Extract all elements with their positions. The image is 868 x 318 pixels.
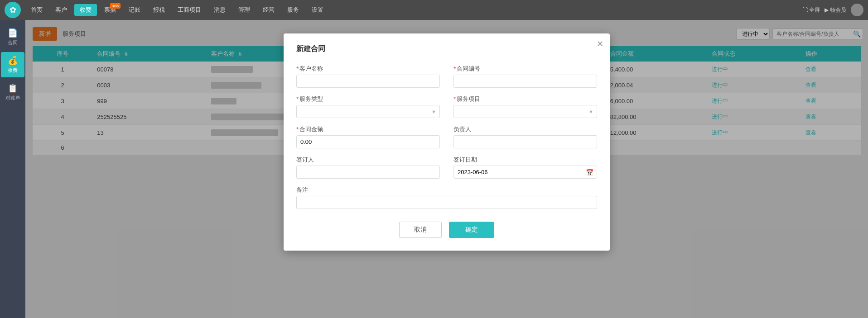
new-contract-modal: ✕ 新建合同 * 客户名称 * 合同编号 <box>284 33 610 251</box>
input-sign-date[interactable] <box>453 166 597 179</box>
label-sign-date: 签订日期 <box>453 156 597 164</box>
sidebar-item-contract[interactable]: 📄 合同 <box>1 24 24 50</box>
nav-tax[interactable]: 报税 <box>148 4 170 16</box>
contract-icon: 📄 <box>8 28 18 38</box>
service-type-select-wrap: ▼ <box>296 105 440 118</box>
fullscreen-button[interactable]: ⛶ 全屏 <box>802 6 820 14</box>
label-signer: 签订人 <box>296 156 440 164</box>
member-label: 畅会员 <box>830 6 846 14</box>
input-responsible[interactable] <box>453 135 597 148</box>
field-note: 备注 <box>296 186 597 209</box>
field-service-item: * 服务项目 ▼ <box>453 95 597 118</box>
input-customer-name[interactable] <box>296 75 440 88</box>
select-service-item[interactable] <box>453 105 597 118</box>
label-responsible: 负责人 <box>453 125 597 133</box>
modal-title: 新建合同 <box>296 44 597 54</box>
nav-settings[interactable]: 设置 <box>306 4 329 16</box>
sidebar-item-fee[interactable]: 💰 收费 <box>1 52 24 77</box>
fullscreen-icon: ⛶ <box>802 7 808 13</box>
sidebar-label-contract: 合同 <box>8 39 18 46</box>
sidebar-item-reconciliation[interactable]: 📋 对账单 <box>1 80 24 105</box>
new-badge: new <box>110 3 121 9</box>
avatar[interactable] <box>851 4 863 16</box>
field-signer: 签订人 <box>296 156 440 179</box>
nav-right: ⛶ 全屏 ▶ 畅会员 <box>802 4 863 16</box>
top-nav: ✿ 首页 客户 收费 票据 new 记账 报税 工商项目 消息 管理 经营 服务… <box>0 0 868 20</box>
input-contract-no[interactable] <box>453 75 597 88</box>
nav-manage[interactable]: 管理 <box>233 4 256 16</box>
nav-invoice[interactable]: 票据 new <box>99 4 121 16</box>
nav-service[interactable]: 服务 <box>282 4 304 16</box>
nav-business[interactable]: 工商项目 <box>172 4 207 16</box>
nav-bookkeeping[interactable]: 记账 <box>123 4 146 16</box>
sidebar-label-reconciliation: 对账单 <box>5 95 20 101</box>
input-signer[interactable] <box>296 166 440 179</box>
sidebar-label-fee: 收费 <box>8 67 18 74</box>
cancel-button[interactable]: 取消 <box>399 222 442 238</box>
calendar-icon[interactable]: 📅 <box>586 169 593 176</box>
field-amount: * 合同金额 <box>296 125 440 148</box>
modal-overlay: ✕ 新建合同 * 客户名称 * 合同编号 <box>25 20 868 318</box>
label-customer-name: * 客户名称 <box>296 65 440 73</box>
field-customer-name: * 客户名称 <box>296 65 440 88</box>
confirm-button[interactable]: 确定 <box>449 222 494 238</box>
field-responsible: 负责人 <box>453 125 597 148</box>
field-service-type: * 服务类型 ▼ <box>296 95 440 118</box>
nav-customer[interactable]: 客户 <box>50 4 72 16</box>
label-service-type: * 服务类型 <box>296 95 440 103</box>
fee-icon: 💰 <box>8 56 18 66</box>
service-item-select-wrap: ▼ <box>453 105 597 118</box>
field-contract-no: * 合同编号 <box>453 65 597 88</box>
label-amount: * 合同金额 <box>296 125 440 133</box>
sign-date-wrap: 📅 <box>453 166 597 179</box>
input-note[interactable] <box>296 196 597 209</box>
nav-message[interactable]: 消息 <box>208 4 231 16</box>
fullscreen-label: 全屏 <box>809 6 820 14</box>
field-sign-date: 签订日期 📅 <box>453 156 597 179</box>
input-amount[interactable] <box>296 135 440 148</box>
modal-close-button[interactable]: ✕ <box>597 39 603 49</box>
nav-operation[interactable]: 经营 <box>257 4 280 16</box>
reconciliation-icon: 📋 <box>8 83 18 93</box>
select-service-type[interactable] <box>296 105 440 118</box>
nav-home[interactable]: 首页 <box>25 4 48 16</box>
label-service-item: * 服务项目 <box>453 95 597 103</box>
app-logo: ✿ <box>5 2 21 18</box>
label-note: 备注 <box>296 186 597 194</box>
sidebar: 📄 合同 💰 收费 📋 对账单 <box>0 20 25 318</box>
nav-items: 首页 客户 收费 票据 new 记账 报税 工商项目 消息 管理 经营 服务 设… <box>25 4 802 16</box>
label-contract-no: * 合同编号 <box>453 65 597 73</box>
member-button[interactable]: ▶ 畅会员 <box>825 6 846 14</box>
play-icon: ▶ <box>825 7 829 13</box>
modal-footer: 取消 确定 <box>296 222 597 238</box>
nav-fee[interactable]: 收费 <box>74 4 97 16</box>
content-area: 新增 服务项目 进行中 已完成 已终止 全部 🔍 序号 合同编号 <box>25 20 868 318</box>
main-layout: 📄 合同 💰 收费 📋 对账单 新增 服务项目 进行中 已完成 已终止 全部 <box>0 20 868 318</box>
modal-form: * 客户名称 * 合同编号 <box>296 65 597 209</box>
